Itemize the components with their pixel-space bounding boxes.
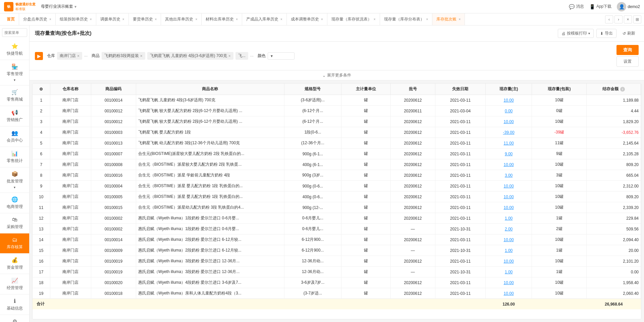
app-download-btn[interactable]: 📱 App下载 [589,4,611,9]
template-print-btn[interactable]: 🖨 按模板打印 ▾ [558,29,594,38]
close-icon[interactable]: × [374,17,376,21]
cell-qty-main[interactable]: 1.00 [485,213,532,224]
sidebar-item-ecom[interactable]: 🌐 电商管理 [0,193,29,213]
close-icon[interactable]: × [49,17,51,21]
sidebar-item-retail-mgmt[interactable]: 🏪 零售管理 ▾ [0,60,29,86]
cell-qty-main[interactable]: 10.00 [485,181,532,192]
cell-qty-main[interactable]: 10.00 [485,95,532,106]
tab-qitachu[interactable]: 其他出库单历史 × [161,13,202,25]
cell-qty-main[interactable]: 10.00 [485,256,532,267]
tab-yaohuo[interactable]: 要货单历史 × [129,13,161,25]
cell-qty-main[interactable]: 10.00 [485,116,532,127]
amount-info-icon[interactable]: i [620,87,625,92]
tab-diaob[interactable]: 调拨单历史 × [96,13,129,25]
sidebar-item-marketing[interactable]: 📢 营销推广 [0,106,29,126]
cell-qty-main[interactable]: 10.00 [485,202,532,213]
close-icon[interactable]: × [90,17,92,21]
cell-batch: 20200612 [390,256,435,267]
filter-toggle-btn[interactable]: ▶ [35,52,43,60]
close-icon[interactable]: × [426,17,428,21]
remove-product-icon[interactable]: × [228,54,231,58]
close-icon[interactable]: × [236,17,238,21]
tab-chengben[interactable]: 成本调整单历史 × [287,13,327,25]
sidebar-item-retail-stats[interactable]: 📊 零售统计 [0,147,29,167]
cell-qty-main[interactable]: 10.00 [485,192,532,202]
user-area[interactable]: 👤 demo2 [617,2,640,11]
tab-xianzunfen[interactable]: 现存量（库存分布表） × [380,13,433,25]
col-settings[interactable]: ⚙ [33,84,50,95]
cell-batch: 20200612 [390,127,435,138]
close-icon[interactable]: × [195,17,197,21]
export-btn[interactable]: ⬇ 导出 [596,29,616,38]
tab-cailiaochu[interactable]: 材料出库单历史 × [202,13,242,25]
setting-btn[interactable]: 设置 [616,56,639,67]
cell-spec: 900g (0-6... [284,181,341,192]
sidebar-item-retail-mall[interactable]: 🛒 零售商城 [0,86,29,106]
warehouse-tag[interactable]: 南岸门店 × [57,52,82,60]
close-icon[interactable]: × [459,17,461,21]
sidebar-item-basic-info[interactable]: ℹ 基础信息 [0,294,29,315]
cell-warehouse: 南岸门店 [50,288,91,299]
cell-amount: 2,339.20 [587,202,641,213]
refresh-btn[interactable]: ↺ 刷新 [619,29,639,38]
nav-expand-btn[interactable]: ⊞ [633,15,641,23]
color-filter-group: 颜色 ▾ [258,52,294,60]
table-container[interactable]: ⚙ 仓库名称 商品编码 商品名称 规格型号 主计量单位 批号 失效日期 现存量(… [32,83,641,319]
close-icon[interactable]: × [122,17,124,21]
product-tag-1[interactable]: 飞鹤星飞帆 儿童奶粉 4段(3-6岁适用) 700克 × [147,52,233,60]
sidebar-item-quick-nav[interactable]: ⭐ 快捷导航 [0,40,29,60]
cell-qty-main[interactable]: 10.00 [485,159,532,170]
cell-unit: 罐 [341,170,390,181]
expand-more-btn[interactable]: ⌄ 展开更多条件 [30,70,644,80]
product-tag-0[interactable]: 飞鹤奶粉3段两提装 × [102,52,145,60]
cell-qty-main[interactable]: 2.00 [485,224,532,234]
cell-qty-main[interactable]: 1.00 [485,267,532,277]
cell-qty-main[interactable]: 3.00 [485,170,532,181]
sidebar-item-finance[interactable]: 💰 资金管理 [0,254,29,274]
tab-xianzunkuang[interactable]: 现存量（库存状况表） × [327,13,380,25]
user-name: demo2 [628,4,640,9]
cell-amount: 2,060.40 [587,288,641,299]
remove-warehouse-icon[interactable]: × [77,54,79,58]
cell-qty-main[interactable]: 1.00 [485,245,532,256]
cell-qty-main[interactable]: 10.00 [485,277,532,288]
tab-home[interactable]: 首页 [3,13,19,25]
cell-name: 惠氏启赋（Wyeth illuma）3段奶粉 爱尔兰进口 12-36月... [136,267,284,277]
search-input[interactable] [2,28,27,37]
cell-qty-main[interactable]: 10.00 [485,288,532,299]
cell-qty-main[interactable]: 9.00 [485,149,532,159]
sidebar-item-purchase[interactable]: 🛍 采购管理 [0,213,29,233]
col-spec: 规格型号 [284,84,341,95]
remove-product-icon[interactable]: × [140,54,143,58]
enterprise-selector[interactable]: 母婴行业演示账套 ▾ [41,4,95,9]
nav-prev-btn[interactable]: ‹ [605,15,613,23]
nav-next-btn[interactable]: › [614,15,623,23]
sidebar-item-operations[interactable]: 📈 经营管理 [0,274,29,294]
cell-qty-main[interactable]: 10.00 [485,234,532,245]
cell-spec: 0-6月婴儿... [284,224,341,234]
tab-fenpan[interactable]: 分盘点单历史 × [19,13,56,25]
sidebar-item-member[interactable]: 👥 会员中心 [0,126,29,147]
close-icon[interactable]: × [280,17,282,21]
cell-qty-main[interactable]: 11.00 [485,138,532,149]
product-more-btn[interactable]: ··· [250,54,254,58]
cell-qty-main[interactable]: 0.00 [485,106,532,116]
cell-qty-main[interactable]: -39.00 [485,127,532,138]
color-select[interactable]: ▾ [268,52,294,60]
sidebar-item-wholesale[interactable]: 📦 批发管理 ▾ [0,167,29,193]
message-btn[interactable]: 💬 消息 [569,4,584,9]
sidebar-item-system[interactable]: ⚙ 系统管理 [0,315,29,322]
close-icon[interactable]: × [155,17,157,21]
product-tag-2[interactable]: 飞... [235,52,248,60]
tab-pici[interactable]: 库存批次账 × [432,13,465,25]
table-row: 12 南岸门店 00100002 惠氏启赋（Wyeth illuma）1段奶粉 … [33,213,641,224]
nav-controls: ‹ › × ⊞ [605,15,641,23]
sidebar-item-inventory[interactable]: 🗂 库存核算 [0,233,29,254]
query-btn[interactable]: 查询 [616,45,639,55]
close-icon[interactable]: × [321,17,323,21]
tab-chanchen[interactable]: 产成品入库单历史 × [242,13,287,25]
nav-close-btn[interactable]: × [624,15,632,23]
page-title: 现存量查询(按仓库+批次) [35,30,92,40]
warehouse-more-btn[interactable]: ··· [84,54,88,58]
tab-zuhe[interactable]: 组装拆卸单历史 × [56,13,96,25]
